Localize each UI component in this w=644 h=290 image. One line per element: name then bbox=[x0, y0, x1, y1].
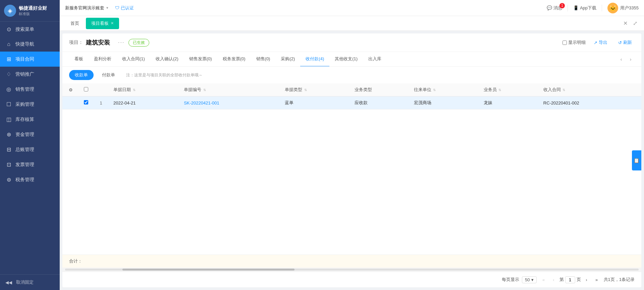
sidebar-item-tax[interactable]: ⊜ 税务管理 bbox=[0, 172, 60, 187]
document-link[interactable]: SK-20220421-001 bbox=[184, 100, 219, 105]
last-page-button[interactable]: » bbox=[592, 275, 601, 284]
sidebar-item-search[interactable]: ⊙ 搜索菜单 bbox=[0, 22, 60, 37]
horizontal-scrollbar[interactable] bbox=[62, 268, 641, 272]
sort-icon: ⇅ bbox=[304, 88, 307, 92]
search-icon: ⊙ bbox=[5, 26, 12, 32]
row-checkbox[interactable] bbox=[84, 100, 88, 104]
close-window-icon[interactable]: ✕ bbox=[622, 19, 629, 28]
sidebar-item-label: 发票管理 bbox=[15, 162, 34, 168]
total-info: 共1页，1条记录 bbox=[604, 277, 635, 283]
unpin-icon: ◀◀ bbox=[5, 280, 12, 285]
message-badge: 1 bbox=[559, 3, 565, 8]
prev-page-button[interactable]: ‹ bbox=[549, 275, 558, 284]
next-page-button[interactable]: › bbox=[582, 275, 591, 284]
sales-icon: ◎ bbox=[5, 86, 12, 92]
row-salesman-cell: 龙妹 bbox=[480, 96, 539, 110]
sidebar-item-finance[interactable]: ⊛ 资金管理 bbox=[0, 127, 60, 142]
salesman-column-header[interactable]: 业务员 ⇅ bbox=[480, 83, 539, 96]
export-icon: ↗ bbox=[594, 40, 597, 45]
receipt-toggle-button[interactable]: 收款单 bbox=[69, 70, 94, 80]
app-logo: ◈ bbox=[4, 5, 16, 17]
user-button[interactable]: 🐱 用户3355 bbox=[607, 3, 639, 13]
username: 用户3355 bbox=[620, 5, 639, 11]
select-all-checkbox[interactable] bbox=[84, 87, 88, 91]
export-button[interactable]: ↗ 导出 bbox=[591, 38, 610, 47]
refresh-icon: ↺ bbox=[618, 40, 622, 45]
settings-column-header[interactable]: ⚙ bbox=[62, 83, 79, 96]
sub-tab-sales-invoice[interactable]: 销售发票(0) bbox=[184, 52, 217, 67]
checkbox-column-header[interactable] bbox=[79, 83, 93, 96]
content-area: 项目： 建筑安装 ··· 已生效 显示明细 ↗ 导出 ↺ 刷新 bbox=[62, 33, 641, 287]
sub-tab-tax-invoice[interactable]: 税务发票(0) bbox=[217, 52, 251, 67]
avatar: 🐱 bbox=[607, 3, 618, 13]
export-label: 导出 bbox=[599, 40, 607, 46]
page-number-input[interactable] bbox=[565, 276, 575, 283]
row-partner-cell: 宏茂商场 bbox=[410, 96, 480, 110]
sidebar-item-marketing[interactable]: ♢ 营销推广 bbox=[0, 67, 60, 82]
tax-icon: ⊜ bbox=[5, 176, 12, 183]
row-setting-cell bbox=[62, 96, 79, 110]
page-size-select[interactable]: 50 ▾ bbox=[522, 276, 536, 283]
sub-tab-purchase[interactable]: 采购(2) bbox=[275, 52, 300, 67]
sidebar-item-inventory[interactable]: ◫ 库存核算 bbox=[0, 112, 60, 127]
table-row[interactable]: 1 2022-04-21 SK-20220421-001 蓝单 应收款 bbox=[62, 96, 641, 110]
show-detail-checkbox[interactable]: 显示明细 bbox=[562, 40, 586, 46]
sidebar-item-ledger[interactable]: ⊟ 总账管理 bbox=[0, 142, 60, 157]
row-checkbox-cell[interactable] bbox=[79, 96, 93, 110]
sub-tab-profit[interactable]: 盈利分析 bbox=[89, 52, 117, 67]
project-header: 项目： 建筑安装 ··· 已生效 显示明细 ↗ 导出 ↺ 刷新 bbox=[62, 33, 641, 52]
code-column-header[interactable]: 单据编号 ⇅ bbox=[180, 83, 281, 96]
sidebar-item-sales[interactable]: ◎ 销售管理 bbox=[0, 82, 60, 97]
sidebar-item-label: 采购管理 bbox=[15, 101, 34, 107]
sidebar-item-label: 资金管理 bbox=[15, 132, 34, 138]
sort-icon: ⇅ bbox=[133, 88, 136, 92]
maximize-window-icon[interactable]: ⤢ bbox=[632, 19, 639, 28]
more-icon[interactable]: ··· bbox=[118, 40, 124, 46]
sub-tab-receipt[interactable]: 收付款(4) bbox=[300, 52, 329, 67]
app-download-button[interactable]: 📱 App下载 bbox=[573, 5, 596, 11]
sub-tab-other-income[interactable]: 其他收支(1) bbox=[329, 52, 363, 67]
scrollbar-thumb[interactable] bbox=[122, 269, 294, 271]
ledger-icon: ⊟ bbox=[5, 146, 12, 153]
sidebar-item-project[interactable]: ⊞ 项目合同 bbox=[0, 52, 60, 67]
sub-tab-income-contract[interactable]: 收入合同(1) bbox=[117, 52, 150, 67]
dropdown-arrow-icon: ▾ bbox=[106, 6, 108, 10]
sub-tab-income-confirm[interactable]: 收入确认(2) bbox=[150, 52, 184, 67]
date-column-header[interactable]: 单据日期 ⇅ bbox=[109, 83, 180, 96]
page-size-value: 50 bbox=[525, 277, 530, 282]
float-action-button[interactable]: 📋 bbox=[632, 150, 641, 170]
mobile-icon: 📱 bbox=[573, 5, 579, 10]
refresh-button[interactable]: ↺ 刷新 bbox=[615, 38, 635, 47]
sub-tabs-prev-icon[interactable]: ‹ bbox=[617, 55, 625, 63]
shield-icon: 🛡 bbox=[115, 5, 119, 10]
topbar-left: 新服务官网演示账套 ▾ 🛡 已认证 bbox=[65, 5, 547, 11]
message-button[interactable]: 💬 消息 1 bbox=[547, 5, 562, 11]
app-edition: 标准版 bbox=[19, 11, 47, 16]
payment-toggle-button[interactable]: 付款单 bbox=[96, 70, 121, 80]
sidebar-item-purchase[interactable]: ☐ 采购管理 bbox=[0, 97, 60, 112]
unpin-button[interactable]: ◀◀ 取消固定 bbox=[0, 274, 60, 290]
sub-tabs-next-icon[interactable]: › bbox=[627, 55, 635, 63]
sub-tab-inout[interactable]: 出入库 bbox=[363, 52, 387, 67]
sidebar-item-invoice[interactable]: ⊡ 发票管理 bbox=[0, 157, 60, 172]
tab-home[interactable]: 首页 bbox=[65, 18, 85, 29]
tabbar: 首页 项目看板 ✕ ✕ ⤢ bbox=[60, 16, 644, 31]
income-contract-column-header[interactable]: 收入合同 ⇅ bbox=[539, 83, 641, 96]
sidebar-item-quick[interactable]: ⌂ 快捷导航 bbox=[0, 37, 60, 52]
sub-tab-sales[interactable]: 销售(0) bbox=[251, 52, 276, 67]
sidebar: ◈ 畅捷通好业财 标准版 ⊙ 搜索菜单 ⌂ 快捷导航 ⊞ 项目合同 ♢ 营销推广… bbox=[0, 0, 60, 290]
sub-tab-kanban[interactable]: 看板 bbox=[69, 52, 89, 67]
type-column-header[interactable]: 单据类型 ⇅ bbox=[281, 83, 351, 96]
partner-column-header[interactable]: 往来单位 ⇅ bbox=[410, 83, 480, 96]
close-tab-icon[interactable]: ✕ bbox=[111, 21, 114, 25]
sort-icon: ⇅ bbox=[562, 88, 565, 92]
account-selector[interactable]: 新服务官网演示账套 ▾ bbox=[65, 5, 108, 11]
total-label: 合计： bbox=[69, 259, 82, 264]
sidebar-item-label: 库存核算 bbox=[15, 117, 34, 123]
page-size-label: 每页显示 bbox=[502, 277, 519, 283]
tab-project-board[interactable]: 项目看板 ✕ bbox=[86, 18, 119, 29]
detail-checkbox-input[interactable] bbox=[562, 41, 567, 45]
sub-tabs: 看板 盈利分析 收入合同(1) 收入确认(2) 销售发票(0) 税务发票(0) … bbox=[62, 52, 641, 67]
first-page-button[interactable]: « bbox=[539, 275, 548, 284]
row-code-cell[interactable]: SK-20220421-001 bbox=[180, 96, 281, 110]
